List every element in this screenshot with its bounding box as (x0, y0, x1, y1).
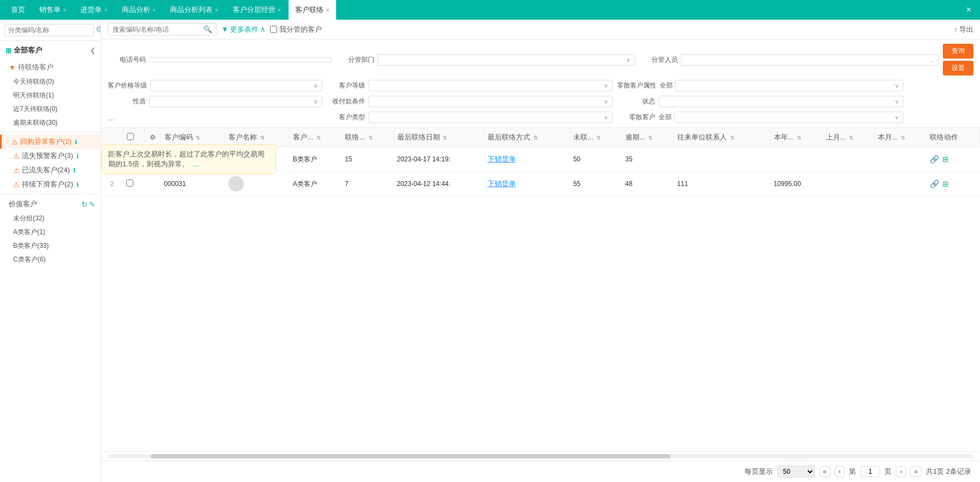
col-unread[interactable]: 未联... ⇅ (570, 128, 622, 147)
my-customers-checkbox[interactable] (270, 26, 277, 33)
filter-phone: 电话号码 (108, 55, 332, 65)
page-number-input[interactable] (860, 466, 880, 477)
nav-item-sales[interactable]: 销售单 × (33, 0, 73, 20)
col-last-month[interactable]: 上月... ⇅ (822, 128, 874, 147)
search-icon[interactable]: 🔍 (203, 25, 212, 33)
sidebar-item-overdue[interactable]: 逾期未联络(30) (0, 116, 101, 130)
price-level-input[interactable]: ∨ (150, 80, 322, 91)
sort-icon: ⇅ (443, 135, 447, 141)
sidebar-item-tomorrow[interactable]: 明天待联络(1) (0, 89, 101, 102)
nav-close-btn[interactable]: × (962, 5, 976, 15)
row-type: B类客户 (290, 147, 342, 172)
more-action-icon[interactable]: ⊞ (942, 179, 949, 188)
prev-page-btn[interactable]: ‹ (835, 466, 844, 477)
nav-item-customer-contact[interactable]: 客户联络 × (289, 0, 336, 20)
sidebar-search-input[interactable] (4, 24, 94, 36)
sidebar-item-repurchase-anomaly[interactable]: ⚠ 回购异常客户(2) ℹ (0, 135, 101, 149)
filter-dept: 分管部门 ∨ (336, 54, 635, 66)
sidebar-item-class-b[interactable]: B类客户(33) (0, 239, 101, 253)
filter-retail-attr: 零散客户属性 全部 ∨ (617, 80, 903, 91)
close-icon[interactable]: × (104, 7, 107, 13)
row-action: 🔗 ⊞ (926, 172, 980, 196)
filter-gender: 性质 ∨ (108, 96, 322, 107)
row-code: 000031 (161, 172, 225, 196)
edit-icon[interactable]: ✎ (89, 200, 95, 208)
sidebar-item-7days[interactable]: 近7天待联络(0) (0, 102, 101, 116)
customer-type-input[interactable]: ∨ (368, 112, 613, 123)
export-button[interactable]: ↑ 导出 (954, 25, 974, 34)
sidebar: 🔍 ⊞ 全部客户 ❮ ▼ 待联络客户 今天待联络(0) 明天待联络(1) 近7天… (0, 20, 101, 482)
sidebar-item-churned[interactable]: ⚠ 已流失客户(24) ℹ (0, 163, 101, 177)
col-this-month[interactable]: 本月... ⇅ (875, 128, 926, 147)
col-overdue[interactable]: 逾期... ⇅ (622, 128, 674, 147)
contact-icon[interactable]: 🔗 (930, 179, 939, 188)
settings-button[interactable]: 设置 (943, 61, 973, 76)
row-unread: 55 (570, 172, 622, 196)
sidebar-item-class-a[interactable]: A类客户(1) (0, 225, 101, 239)
refresh-icon[interactable]: ↻ (81, 200, 87, 208)
row-name (225, 172, 290, 196)
nav-item-customer-tier[interactable]: 客户分层经营 × (226, 0, 287, 20)
tooltip-more-icon[interactable]: ... (193, 160, 199, 168)
row-select-checkbox[interactable] (126, 179, 133, 187)
sidebar-item-declining[interactable]: ⚠ 持续下滑客户(2) ℹ (0, 177, 101, 191)
row-current-year: 10995.00 (770, 172, 822, 196)
row-last-method[interactable]: 下销货单 (484, 147, 570, 172)
collapse-icon[interactable]: ❮ (90, 47, 95, 54)
last-page-btn[interactable]: » (910, 466, 922, 477)
page-size-select[interactable]: 50 20 100 (777, 466, 815, 478)
next-page-btn[interactable]: › (896, 466, 906, 477)
close-icon[interactable]: × (215, 7, 218, 13)
col-last-contact-date[interactable]: 最后联络日期 ⇅ (394, 128, 484, 147)
sidebar-search-button[interactable]: 🔍 (94, 25, 101, 36)
sidebar-item-churn-warning[interactable]: ⚠ 流失预警客户(3) ℹ (0, 149, 101, 163)
row-this-month (875, 172, 926, 196)
sort-icon: ⇅ (797, 135, 801, 141)
close-icon[interactable]: × (278, 7, 281, 13)
col-customer-type[interactable]: 客户... ⇅ (290, 128, 342, 147)
horizontal-scrollbar[interactable] (101, 451, 980, 461)
more-filters-btn[interactable]: ... (108, 113, 114, 122)
select-all-checkbox[interactable] (127, 133, 134, 140)
col-current-year[interactable]: 本年... ⇅ (770, 128, 822, 147)
sort-icon: ⇅ (596, 135, 601, 141)
sidebar-search-area: 🔍 (0, 20, 101, 41)
sidebar-group-pending[interactable]: ▼ 待联络客户 (0, 60, 101, 75)
nav-item-home[interactable]: 首页 (4, 0, 32, 20)
phone-input[interactable] (149, 57, 332, 62)
customer-level-input[interactable]: ∨ (368, 80, 613, 91)
sidebar-item-class-c[interactable]: C类客户(6) (0, 253, 101, 266)
chevron-down-icon: ∨ (314, 83, 318, 89)
main-layout: 🔍 ⊞ 全部客户 ❮ ▼ 待联络客户 今天待联络(0) 明天待联络(1) 近7天… (0, 20, 980, 482)
close-icon[interactable]: × (152, 7, 156, 13)
nav-item-product-list[interactable]: 商品分析列表 × (163, 0, 225, 20)
col-unit-contacts[interactable]: 往来单位联系人 ⇅ (674, 128, 771, 147)
query-button[interactable]: 查询 (943, 44, 973, 59)
col-contact[interactable]: 联络... ⇅ (342, 128, 394, 147)
dept-input[interactable]: ∨ (378, 54, 635, 66)
row-last-month (822, 147, 874, 172)
payment-input[interactable]: ∨ (368, 96, 613, 107)
filter-search-input[interactable] (113, 26, 203, 33)
nav-item-product-analysis[interactable]: 商品分析 × (115, 0, 162, 20)
more-action-icon[interactable]: ⊞ (942, 155, 949, 164)
nav-item-purchase[interactable]: 进货单 × (74, 0, 114, 20)
sidebar-all-customers[interactable]: ⊞ 全部客户 ❮ (0, 41, 101, 60)
close-icon[interactable]: × (63, 7, 66, 13)
col-last-contact-method[interactable]: 最后联络方式 ⇅ (484, 128, 570, 147)
my-customers-checkbox-area: 我分管的客户 (270, 25, 322, 34)
close-icon[interactable]: × (326, 7, 329, 13)
manager-input[interactable]: ... (681, 54, 938, 66)
sidebar-item-unclassified[interactable]: 未分组(32) (0, 212, 101, 225)
filter-retail: 零散客户 全部 ∨ (617, 112, 903, 123)
row-last-method[interactable]: 下销货单 (484, 172, 570, 196)
more-conditions-btn[interactable]: ▼ 更多条件 ∧ (221, 25, 266, 34)
first-page-btn[interactable]: « (819, 466, 831, 477)
contact-icon[interactable]: 🔗 (930, 155, 939, 164)
gender-input[interactable]: ∨ (149, 96, 322, 107)
retail-attr-input[interactable]: ∨ (675, 80, 903, 91)
status-input[interactable]: ∨ (659, 96, 903, 107)
retail-input[interactable]: ∨ (674, 112, 903, 123)
row-unit-contacts: 111 (674, 172, 771, 196)
sidebar-item-today[interactable]: 今天待联络(0) (0, 75, 101, 89)
